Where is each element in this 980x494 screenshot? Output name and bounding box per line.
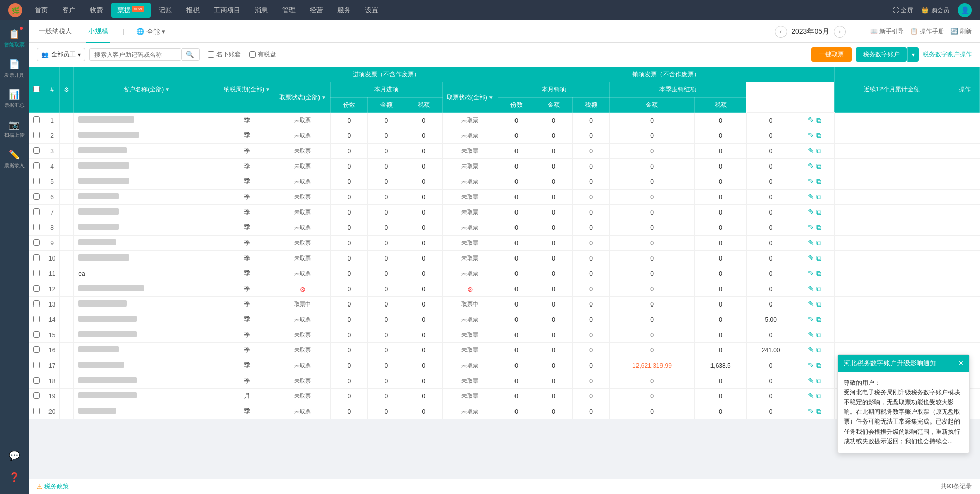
nav-manage[interactable]: 管理 [276, 3, 302, 18]
edit-icon[interactable]: ✎ [808, 407, 814, 416]
copy-icon[interactable]: ⧉ [816, 377, 821, 385]
edit-icon[interactable]: ✎ [808, 331, 814, 339]
copy-icon[interactable]: ⧉ [816, 208, 821, 217]
tab-all-capability[interactable]: 🌐 全能 ▾ [136, 27, 165, 36]
row-checkbox[interactable] [33, 316, 40, 322]
row-checkbox[interactable] [33, 224, 40, 230]
copy-icon[interactable]: ⧉ [816, 193, 821, 201]
cell-checkbox[interactable] [29, 236, 44, 251]
th-customer[interactable]: 客户名称(全部)▼ [74, 67, 219, 113]
edit-icon[interactable]: ✎ [808, 392, 814, 401]
row-checkbox[interactable] [33, 239, 40, 246]
edit-icon[interactable]: ✎ [808, 116, 814, 125]
nav-billing[interactable]: 收费 [84, 3, 109, 18]
copy-icon[interactable]: ⧉ [816, 223, 821, 232]
copy-icon[interactable]: ⧉ [816, 177, 821, 186]
row-checkbox[interactable] [33, 300, 40, 307]
has-taxpad-checkbox[interactable] [249, 51, 256, 58]
tax-policy-link[interactable]: 税务政策 [44, 482, 69, 491]
nav-service[interactable]: 服务 [331, 3, 357, 18]
cell-checkbox[interactable] [29, 190, 44, 205]
own-account-checkbox[interactable] [208, 51, 214, 58]
cell-checkbox[interactable] [29, 389, 44, 404]
copy-icon[interactable]: ⧉ [816, 285, 821, 293]
cell-checkbox[interactable] [29, 220, 44, 236]
copy-icon[interactable]: ⧉ [816, 361, 821, 370]
sidebar-item-smart-ticket[interactable]: 📋 智能取票 [2, 25, 27, 53]
sidebar-item-summary[interactable]: 📊 票据汇总 [2, 85, 27, 113]
edit-icon[interactable]: ✎ [808, 177, 814, 186]
cell-checkbox[interactable] [29, 266, 44, 281]
sidebar-item-entry[interactable]: ✏️ 票据录入 [2, 145, 27, 173]
cell-checkbox[interactable] [29, 358, 44, 373]
nav-business[interactable]: 工商项目 [208, 3, 247, 18]
nav-invoice[interactable]: 票据new [111, 3, 151, 18]
fullscreen-button[interactable]: ⛶ 全屏 [893, 6, 913, 15]
sidebar-bottom-icon2[interactable]: ❓ [6, 468, 23, 486]
edit-icon[interactable]: ✎ [808, 208, 814, 217]
cell-checkbox[interactable] [29, 297, 44, 312]
employee-select[interactable]: 👥 全部员工 ▾ [37, 48, 85, 61]
th-inbound-status[interactable]: 取票状态(全部)▼ [275, 82, 331, 113]
nav-settings[interactable]: 设置 [359, 3, 384, 18]
copy-icon[interactable]: ⧉ [816, 346, 821, 355]
edit-icon[interactable]: ✎ [808, 147, 814, 155]
edit-icon[interactable]: ✎ [808, 193, 814, 201]
tax-digital-button[interactable]: 税务数字账户 [856, 47, 907, 62]
user-avatar[interactable]: 👤 [958, 3, 972, 17]
copy-icon[interactable]: ⧉ [816, 331, 821, 339]
edit-icon[interactable]: ✎ [808, 131, 814, 140]
row-checkbox[interactable] [33, 132, 40, 138]
cell-checkbox[interactable] [29, 251, 44, 266]
sidebar-bottom-icon1[interactable]: 💬 [6, 447, 23, 464]
checkbox-own-account[interactable]: 名下账套 [208, 50, 241, 59]
tab-general-taxpayer[interactable]: 一般纳税人 [37, 20, 74, 43]
refresh-button[interactable]: 🔄 刷新 [950, 27, 972, 36]
cell-checkbox[interactable] [29, 128, 44, 144]
sidebar-item-scan[interactable]: 📷 扫描上传 [2, 115, 27, 143]
edit-icon[interactable]: ✎ [808, 254, 814, 263]
tax-digital-dropdown-button[interactable]: ▾ [907, 47, 919, 62]
cell-checkbox[interactable] [29, 144, 44, 159]
row-checkbox[interactable] [33, 362, 40, 368]
row-checkbox[interactable] [33, 270, 40, 276]
edit-icon[interactable]: ✎ [808, 269, 814, 278]
cell-checkbox[interactable] [29, 312, 44, 327]
row-checkbox[interactable] [33, 208, 40, 215]
copy-icon[interactable]: ⧉ [816, 254, 821, 263]
row-checkbox[interactable] [33, 285, 40, 292]
cell-checkbox[interactable] [29, 327, 44, 343]
new-user-guide-button[interactable]: 📖 新手引导 [870, 27, 904, 36]
copy-icon[interactable]: ⧉ [816, 239, 821, 247]
cell-checkbox[interactable] [29, 113, 44, 128]
member-button[interactable]: 👑 购会员 [921, 6, 949, 15]
copy-icon[interactable]: ⧉ [816, 162, 821, 171]
row-checkbox[interactable] [33, 408, 40, 414]
th-settings[interactable]: ⚙ [60, 67, 74, 113]
copy-icon[interactable]: ⧉ [816, 392, 821, 401]
copy-icon[interactable]: ⧉ [816, 131, 821, 140]
cell-checkbox[interactable] [29, 343, 44, 358]
copy-icon[interactable]: ⧉ [816, 147, 821, 155]
edit-icon[interactable]: ✎ [808, 285, 814, 293]
edit-icon[interactable]: ✎ [808, 346, 814, 355]
row-checkbox[interactable] [33, 116, 40, 123]
nav-operation[interactable]: 经营 [304, 3, 329, 18]
copy-icon[interactable]: ⧉ [816, 116, 821, 125]
one-click-ticket-button[interactable]: 一键取票 [811, 47, 852, 62]
edit-icon[interactable]: ✎ [808, 377, 814, 385]
cell-checkbox[interactable] [29, 174, 44, 190]
edit-icon[interactable]: ✎ [808, 300, 814, 309]
cell-checkbox[interactable] [29, 404, 44, 419]
search-input[interactable] [90, 48, 182, 61]
nav-home[interactable]: 首页 [29, 3, 54, 18]
nav-tax[interactable]: 报税 [180, 3, 206, 18]
copy-icon[interactable]: ⧉ [816, 300, 821, 309]
row-checkbox[interactable] [33, 392, 40, 399]
row-checkbox[interactable] [33, 377, 40, 384]
nav-customer[interactable]: 客户 [56, 3, 82, 18]
next-month-button[interactable]: › [834, 26, 846, 38]
copy-icon[interactable]: ⧉ [816, 407, 821, 416]
prev-month-button[interactable]: ‹ [775, 26, 787, 38]
edit-icon[interactable]: ✎ [808, 239, 814, 247]
